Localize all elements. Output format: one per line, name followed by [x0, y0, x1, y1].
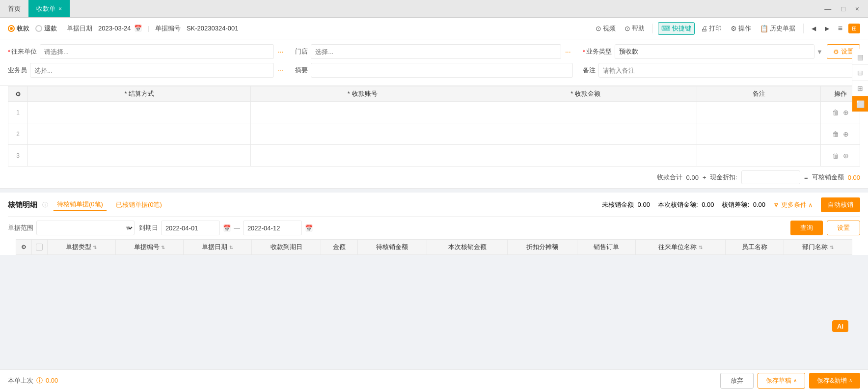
unchecked-label: 未核销金额	[602, 201, 634, 208]
row3-remark[interactable]	[697, 145, 821, 167]
bottom-col-settings[interactable]: ⚙	[16, 240, 32, 255]
filter-settings-btn[interactable]: 设置	[827, 221, 860, 235]
row1-payment[interactable]	[28, 102, 251, 123]
store-input[interactable]	[311, 44, 561, 59]
nuclear-info-icon[interactable]: ⓘ	[42, 201, 48, 209]
history-btn[interactable]: 📋 历史单据	[757, 23, 798, 34]
print-icon: 🖨	[701, 25, 707, 32]
print-btn[interactable]: 🖨 打印	[698, 23, 725, 34]
date-to-input[interactable]	[243, 221, 302, 235]
calendar-icon[interactable]: 📅	[134, 25, 142, 32]
radio-receipt-dot	[8, 25, 15, 32]
row3-account[interactable]	[251, 145, 474, 167]
remark-input[interactable]	[598, 63, 860, 78]
row2-account[interactable]	[251, 123, 474, 145]
side-list-icon[interactable]: ⊟	[852, 65, 868, 81]
nuclear-header: 核销明细 ⓘ 待核销单据(0笔) 已核销单据(0笔) 未核销金额 0.00 本次…	[8, 197, 860, 212]
tab-close-icon[interactable]: ×	[58, 5, 62, 12]
row1-account[interactable]	[251, 102, 474, 123]
side-table-icon[interactable]: ▤	[852, 49, 868, 65]
select-all-checkbox[interactable]	[36, 244, 43, 251]
save-draft-btn[interactable]: 保存草稿 ∧	[758, 373, 805, 389]
col-settings-header[interactable]: ⚙	[8, 86, 28, 102]
last-info-icon[interactable]: ⓘ	[36, 376, 43, 385]
partner-input[interactable]	[40, 44, 274, 59]
row3-copy-icon[interactable]: ⊕	[843, 152, 849, 160]
maximize-btn[interactable]: □	[838, 4, 848, 14]
row1-delete-icon[interactable]: 🗑	[832, 109, 839, 116]
radio-receipt-label: 收款	[17, 24, 29, 33]
row2-num: 2	[8, 123, 28, 145]
bottom-col-partner[interactable]: 往来单位名称 ⇅	[635, 240, 726, 255]
row3-delete-icon[interactable]: 🗑	[832, 152, 839, 160]
store-more-btn[interactable]: ···	[563, 48, 573, 56]
radio-refund[interactable]: 退款	[35, 24, 57, 33]
grid-icon[interactable]: ⊞	[848, 24, 860, 33]
nav-next-btn[interactable]: ▶	[822, 24, 832, 33]
nuclear-stats: 未核销金额 0.00 本次核销金额: 0.00 核销差额: 0.00 ⛛ 更多条…	[602, 197, 860, 212]
net-value: 0.00	[848, 174, 860, 181]
print-label: 打印	[709, 24, 722, 33]
side-link-icon[interactable]: ⊞	[852, 81, 868, 96]
tab-current[interactable]: 收款单 ×	[28, 0, 70, 17]
date-range-filter: 📅 — 📅	[161, 221, 313, 235]
more-conditions-btn[interactable]: ⛛ 更多条件 ∧	[773, 200, 813, 209]
auto-nuclear-btn[interactable]: 自动核销	[821, 197, 860, 212]
window-controls: — □ ×	[821, 4, 868, 14]
bottom-col-checkbox[interactable]	[32, 240, 48, 255]
layout-icon[interactable]: ≡	[835, 23, 845, 34]
minimize-btn[interactable]: —	[821, 4, 834, 14]
partner-more-btn[interactable]: ···	[276, 48, 286, 56]
calendar2-icon[interactable]: 📅	[305, 224, 313, 232]
receipt-table-wrapper: ⚙ * 结算方式 * 收款账号 * 收款金额 备注 操作	[0, 86, 868, 167]
table-row: 3 🗑 ⊕	[8, 145, 860, 167]
row1-remark[interactable]	[697, 102, 821, 123]
staff-input[interactable]	[30, 63, 274, 78]
bottom-col-dept[interactable]: 部门名称 ⇅	[784, 240, 852, 255]
bottom-col-order: 销售订单	[577, 240, 635, 255]
completed-tab[interactable]: 已核销单据(0笔)	[112, 199, 166, 210]
row3-payment[interactable]	[28, 145, 251, 167]
settings-gear-icon: ⚙	[833, 48, 839, 56]
range-select-wrap: ▼	[36, 221, 131, 235]
radio-receipt[interactable]: 收款	[8, 24, 29, 33]
help-btn[interactable]: ⊙ 帮助	[622, 23, 648, 34]
bottom-col-date[interactable]: 单据日期 ⇅	[184, 240, 252, 255]
summary-input[interactable]	[311, 63, 572, 78]
row1-copy-icon[interactable]: ⊕	[843, 109, 849, 116]
bottom-col-type[interactable]: 单据类型 ⇅	[48, 240, 116, 255]
discount-input[interactable]	[741, 170, 800, 184]
row2-remark[interactable]	[697, 123, 821, 145]
bottom-col-number[interactable]: 单据编号 ⇅	[115, 240, 184, 255]
save-new-btn[interactable]: 保存&新增 ∧	[809, 373, 860, 389]
biz-type-arrow[interactable]: ▼	[816, 48, 823, 56]
biz-type-input[interactable]	[615, 44, 814, 59]
date-from-input[interactable]	[161, 221, 220, 235]
actions-btn[interactable]: ⚙ 操作	[728, 23, 754, 34]
row1-amount[interactable]	[474, 102, 697, 123]
range-select[interactable]	[36, 221, 135, 235]
row2-amount[interactable]	[474, 123, 697, 145]
close-btn[interactable]: ×	[852, 4, 862, 14]
abandon-btn[interactable]: 放弃	[720, 373, 754, 389]
nav-prev-btn[interactable]: ◀	[809, 24, 819, 33]
ai-label[interactable]: Ai	[832, 320, 848, 332]
col-dept-label: 部门名称	[802, 243, 828, 251]
shortcut-btn[interactable]: ⌨ 快捷键	[658, 22, 695, 35]
row2-copy-icon[interactable]: ⊕	[843, 130, 849, 138]
calendar1-icon[interactable]: 📅	[223, 224, 231, 232]
tab-home[interactable]: 首页	[0, 0, 28, 17]
staff-more-btn[interactable]: ···	[276, 66, 286, 74]
row2-payment[interactable]	[28, 123, 251, 145]
video-btn[interactable]: ⊙ 视频	[593, 23, 619, 34]
row3-amount[interactable]	[474, 145, 697, 167]
row2-delete-icon[interactable]: 🗑	[832, 130, 839, 138]
save-new-caret: ∧	[849, 378, 852, 383]
pending-tab[interactable]: 待核销单据(0笔)	[53, 199, 107, 211]
side-camera-icon[interactable]: ⬜	[852, 96, 868, 112]
last-label: 本单上次	[8, 376, 33, 385]
query-btn[interactable]: 查询	[790, 221, 823, 235]
save-draft-label: 保存草稿	[766, 376, 791, 385]
col-staff-label: 员工名称	[742, 243, 767, 251]
sort-dept-icon: ⇅	[830, 245, 834, 250]
